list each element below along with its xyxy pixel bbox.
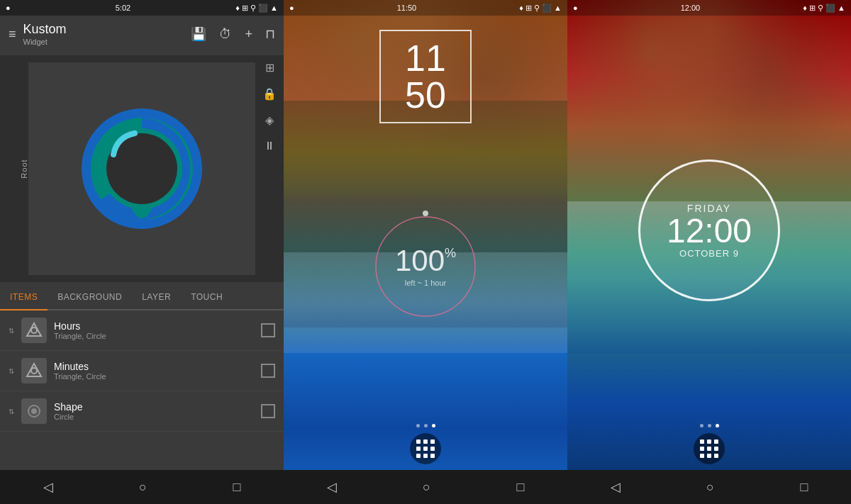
shape-item-info: Shape Circle xyxy=(54,401,254,421)
status-time: 5:02 xyxy=(116,4,130,12)
add-icon[interactable]: + xyxy=(245,27,252,42)
dot-1 xyxy=(416,424,420,427)
side-tools: ⊞ 🔒 ◈ ⏸ xyxy=(255,55,284,282)
dot-3 xyxy=(432,424,435,427)
toolbar-icons: 💾 ⏱ + ⊓ xyxy=(191,26,275,42)
shape-checkbox[interactable] xyxy=(261,404,275,418)
battery-number: 100 xyxy=(395,246,445,276)
fullscreen-icon[interactable]: ⊞ xyxy=(265,61,274,74)
clock-status-time: 12:00 xyxy=(681,4,701,12)
battery-recents-button[interactable]: □ xyxy=(516,480,524,495)
clock-time: 12:00 xyxy=(667,214,752,248)
clock-app-dot xyxy=(700,447,704,451)
app-dot xyxy=(423,447,428,451)
list-item[interactable]: ⇅ Shape Circle xyxy=(0,391,284,432)
app-dot xyxy=(416,439,421,444)
minutes-checkbox[interactable] xyxy=(261,364,275,378)
clock-apps-button[interactable] xyxy=(694,433,725,464)
canvas-preview[interactable] xyxy=(28,62,255,275)
battery-status-bar: ● 11:50 ♦ ⊞ ⚲ ⬛ ▲ xyxy=(284,0,567,16)
clock-nav-bar: ◁ ○ □ xyxy=(567,470,851,504)
dots-row xyxy=(284,424,567,427)
battery-status-left: ● xyxy=(289,4,294,12)
clock-app-dot xyxy=(700,439,704,444)
lock-icon[interactable]: 🔒 xyxy=(262,87,277,101)
app-title-block: Kustom Widget xyxy=(23,22,184,46)
svg-point-4 xyxy=(31,327,37,333)
drag-handle: ⇅ xyxy=(9,408,14,415)
clock-circle: FRIDAY 12:00 OCTOBER 9 xyxy=(638,159,780,301)
root-label: Root xyxy=(20,147,28,190)
tab-items[interactable]: ITEMS xyxy=(0,285,48,310)
hours-item-name: Hours xyxy=(54,320,254,332)
save-icon[interactable]: 💾 xyxy=(191,26,206,42)
drag-handle: ⇅ xyxy=(9,367,14,375)
recents-button[interactable]: □ xyxy=(233,480,240,495)
app-dot xyxy=(430,454,435,458)
widget-preview-svg xyxy=(71,98,213,240)
back-button[interactable]: ◁ xyxy=(43,479,53,495)
battery-back-button[interactable]: ◁ xyxy=(327,479,337,495)
battery-circle-container: 100 % left ~ 1 hour xyxy=(284,109,567,424)
battery-status-time: 11:50 xyxy=(397,4,417,12)
app-bar: ≡ Kustom Widget 💾 ⏱ + ⊓ xyxy=(0,16,284,52)
list-item[interactable]: ⇅ Minutes Triangle, Circle xyxy=(0,351,284,391)
svg-marker-5 xyxy=(27,364,41,376)
dot-2 xyxy=(424,424,428,427)
minutes-item-sub: Triangle, Circle xyxy=(54,372,254,381)
svg-marker-3 xyxy=(27,323,41,336)
clock-widget-container: FRIDAY 12:00 OCTOBER 9 xyxy=(567,37,851,424)
hours-checkbox[interactable] xyxy=(261,323,275,337)
tab-touch[interactable]: TOUCH xyxy=(181,285,233,309)
battery-panel: ● 11:50 ♦ ⊞ ⚲ ⬛ ▲ 11 50 100 % xyxy=(284,0,567,504)
app-dot xyxy=(423,439,428,444)
apps-button[interactable] xyxy=(410,433,441,464)
battery-home-button[interactable]: ○ xyxy=(423,480,430,495)
shape-circle-icon xyxy=(26,403,43,420)
item-icon-hours xyxy=(21,318,47,343)
battery-circle: 100 % left ~ 1 hour xyxy=(369,210,482,323)
tab-layer[interactable]: LAYER xyxy=(132,285,181,309)
hours-shape-icon xyxy=(26,322,43,339)
svg-point-6 xyxy=(31,368,37,374)
battery-symbol: % xyxy=(445,246,456,261)
clock-app-dot xyxy=(707,454,711,458)
clock-dot-3 xyxy=(716,424,719,427)
minutes-shape-icon xyxy=(26,362,43,379)
clock-app-dot xyxy=(714,454,718,458)
battery-content: ● 11:50 ♦ ⊞ ⚲ ⬛ ▲ 11 50 100 % xyxy=(284,0,567,504)
clock-home-button[interactable]: ○ xyxy=(706,480,714,495)
editor-nav-bar: ◁ ○ □ xyxy=(0,470,284,504)
home-button[interactable]: ○ xyxy=(139,480,147,495)
hours-item-sub: Triangle, Circle xyxy=(54,332,254,340)
status-left: ● xyxy=(6,4,11,12)
list-item[interactable]: ⇅ Hours Triangle, Circle xyxy=(0,310,284,351)
clock-app-dot xyxy=(707,439,711,444)
clock-app-dot xyxy=(714,439,718,444)
app-dot xyxy=(416,447,421,451)
time-hour: 11 xyxy=(394,40,457,77)
menu-icon[interactable]: ≡ xyxy=(9,27,16,42)
copy-icon[interactable]: ⊓ xyxy=(265,26,275,42)
app-dot xyxy=(423,454,428,458)
clock-back-button[interactable]: ◁ xyxy=(611,479,621,495)
shape-item-name: Shape xyxy=(54,401,254,413)
editor-status-bar: ● 5:02 ♦ ⊞ ⚲ ⬛ ▲ xyxy=(0,0,284,16)
clock-app-dot xyxy=(707,447,711,451)
app-title: Kustom xyxy=(23,22,184,38)
pause-icon[interactable]: ⏸ xyxy=(264,140,275,152)
app-dot xyxy=(430,439,435,444)
clock-recents-button[interactable]: □ xyxy=(800,480,808,495)
clock-app-dot xyxy=(700,454,704,458)
history-icon[interactable]: ⏱ xyxy=(219,27,232,42)
layers-icon[interactable]: ◈ xyxy=(265,113,274,127)
app-dot xyxy=(430,447,435,451)
clock-status-icons: ♦ ⊞ ⚲ ⬛ ▲ xyxy=(803,4,845,13)
tab-background[interactable]: BACKGROUND xyxy=(48,285,132,309)
status-icons: ♦ ⊞ ⚲ ⬛ ▲ xyxy=(235,4,278,13)
apps-grid-icon xyxy=(416,439,435,458)
drag-handle: ⇅ xyxy=(9,327,14,335)
time-minute: 50 xyxy=(394,77,457,113)
battery-nav-bar: ◁ ○ □ xyxy=(284,470,567,504)
clock-panel: ● 12:00 ♦ ⊞ ⚲ ⬛ ▲ FRIDAY 12:00 OCTOBER 9 xyxy=(567,0,851,504)
